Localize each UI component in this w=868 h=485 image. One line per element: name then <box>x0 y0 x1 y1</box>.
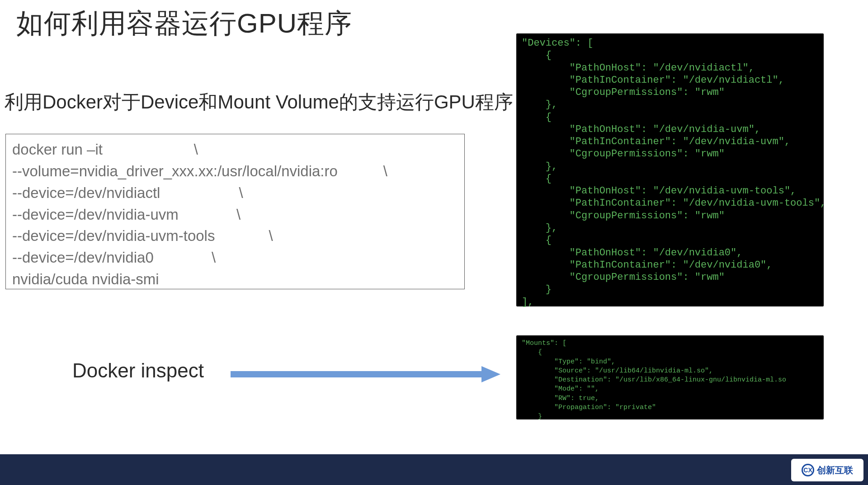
slide-title: 如何利用容器运行GPU程序 <box>16 5 352 42</box>
brand-text: 创新互联 <box>817 464 853 476</box>
brand-logo-icon: CX <box>802 464 814 476</box>
slide-subtitle: 利用Docker对于Device和Mount Volume的支持运行GPU程序 <box>5 89 513 115</box>
docker-command-box: docker run –it \ --volume=nvidia_driver_… <box>5 134 465 289</box>
docker-inspect-label: Docker inspect <box>72 359 204 382</box>
brand-badge: CX 创新互联 <box>791 459 863 481</box>
slide: 如何利用容器运行GPU程序 利用Docker对于Device和Mount Vol… <box>0 0 868 485</box>
arrow-right-icon <box>231 366 502 382</box>
terminal-mounts-output: "Mounts": [ { "Type": "bind", "Source": … <box>516 335 824 419</box>
terminal-devices-output: "Devices": [ { "PathOnHost": "/dev/nvidi… <box>516 33 824 306</box>
footer-band <box>0 454 868 485</box>
